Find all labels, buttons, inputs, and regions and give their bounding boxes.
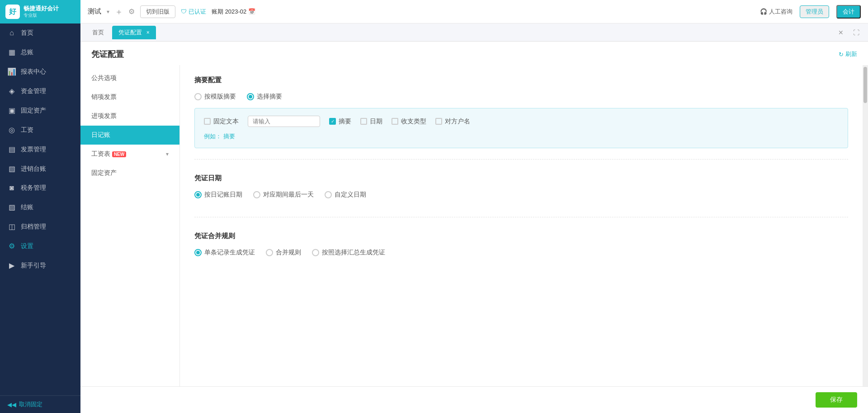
scrollbar-track[interactable] bbox=[863, 65, 868, 386]
switch-version-button[interactable]: 切到旧版 bbox=[140, 5, 175, 18]
radio-circle-summary-gen bbox=[312, 249, 319, 256]
tab-close-icon[interactable]: × bbox=[146, 29, 150, 36]
headset-icon: 🎧 bbox=[760, 8, 767, 15]
topbar: 测试 ▾ ＋ ⚙ 切到旧版 🛡 已认证 账期 2023-02 📅 🎧 人工咨询 … bbox=[80, 0, 868, 23]
save-bar: 保存 bbox=[80, 386, 868, 413]
add-button[interactable]: ＋ bbox=[115, 6, 123, 17]
radio-template-summary[interactable]: 按模版摘要 bbox=[194, 93, 236, 101]
checkbox-box-counterparty bbox=[435, 118, 442, 125]
main-area: 测试 ▾ ＋ ⚙ 切到旧版 🛡 已认证 账期 2023-02 📅 🎧 人工咨询 … bbox=[80, 0, 868, 413]
left-nav-fixed-assets[interactable]: 固定资产 bbox=[80, 164, 179, 183]
tab-voucher-config[interactable]: 凭证配置 × bbox=[112, 26, 156, 39]
sidebar-item-fixed-assets[interactable]: ▣固定资产 bbox=[0, 101, 80, 120]
sidebar-item-tax[interactable]: ◙税务管理 bbox=[0, 178, 80, 197]
left-nav-public[interactable]: 公共选项 bbox=[80, 69, 179, 88]
refresh-button[interactable]: ↻ 刷新 bbox=[839, 50, 857, 58]
refresh-icon: ↻ bbox=[839, 51, 844, 58]
scrollbar-thumb[interactable] bbox=[863, 67, 867, 103]
payroll-expand-icon[interactable]: ▾ bbox=[166, 151, 169, 157]
left-nav-purchase-invoice[interactable]: 进项发票 bbox=[80, 107, 179, 126]
checkbox-fixed-text[interactable]: 固定文本 bbox=[204, 117, 239, 126]
checkbox-box-payment bbox=[392, 118, 398, 125]
radio-summary-gen[interactable]: 按照选择汇总生成凭证 bbox=[312, 249, 385, 257]
home-icon: ⌂ bbox=[7, 29, 16, 37]
sidebar-item-archive[interactable]: ◫归档管理 bbox=[0, 217, 80, 236]
checkbox-payment-type[interactable]: 收支类型 bbox=[392, 117, 426, 126]
sidebar-item-home[interactable]: ⌂首页 bbox=[0, 23, 80, 42]
closing-icon: ▨ bbox=[7, 203, 16, 211]
radio-journal-date[interactable]: 按日记账日期 bbox=[194, 191, 242, 199]
radio-custom-date[interactable]: 自定义日期 bbox=[325, 191, 366, 199]
app-logo-icon: 好 bbox=[5, 5, 20, 19]
merge-section-title: 凭证合并规则 bbox=[194, 232, 848, 240]
sales-icon: ▧ bbox=[7, 164, 16, 173]
summary-section-title: 摘要配置 bbox=[194, 76, 848, 84]
sidebar-item-fund[interactable]: ◈资金管理 bbox=[0, 81, 80, 101]
sidebar-item-report[interactable]: 📊报表中心 bbox=[0, 62, 80, 81]
settings-gear-icon[interactable]: ⚙ bbox=[128, 7, 135, 16]
topbar-right: 🎧 人工咨询 管理员 会计 bbox=[760, 5, 861, 19]
ledger-icon: ▦ bbox=[7, 48, 16, 56]
sidebar-item-invoice[interactable]: ▤发票管理 bbox=[0, 140, 80, 159]
sidebar: 好 畅捷通好会计 专业版 ⌂首页▦总账📊报表中心◈资金管理▣固定资产◎工资▤发票… bbox=[0, 0, 80, 413]
checkbox-box-fixed bbox=[204, 118, 211, 125]
fixed-text-input[interactable] bbox=[248, 116, 320, 127]
radio-dot-journal bbox=[196, 193, 200, 197]
radio-merge-rule[interactable]: 合并规则 bbox=[266, 249, 301, 257]
summary-radio-group: 按模版摘要 选择摘要 bbox=[194, 93, 848, 101]
sidebar-item-sales[interactable]: ▧进销台账 bbox=[0, 159, 80, 178]
date-section-title: 凭证日期 bbox=[194, 174, 848, 183]
left-nav-payroll[interactable]: 工资表 NEW ▾ bbox=[80, 145, 179, 164]
radio-select-summary[interactable]: 选择摘要 bbox=[247, 93, 282, 101]
content-wrapper: 凭证配置 ↻ 刷新 公共选项 销项发票 进项发票 日记账 工资表 NEW bbox=[80, 42, 868, 413]
left-nav-journal[interactable]: 日记账 bbox=[80, 126, 179, 145]
sidebar-item-salary[interactable]: ◎工资 bbox=[0, 120, 80, 140]
company-name: 测试 bbox=[88, 7, 101, 16]
radio-circle-merge bbox=[266, 249, 273, 256]
summary-config-section: 摘要配置 按模版摘要 选择摘要 bbox=[194, 76, 848, 160]
period-label: 账期 2023-02 📅 bbox=[212, 8, 255, 16]
sidebar-item-settings[interactable]: ⚙设置 bbox=[0, 236, 80, 256]
config-panel: 摘要配置 按模版摘要 选择摘要 bbox=[180, 65, 863, 386]
company-dropdown-icon[interactable]: ▾ bbox=[107, 9, 109, 15]
radio-single-record[interactable]: 单条记录生成凭证 bbox=[194, 249, 255, 257]
radio-last-day[interactable]: 对应期间最后一天 bbox=[253, 191, 314, 199]
sidebar-nav: ⌂首页▦总账📊报表中心◈资金管理▣固定资产◎工资▤发票管理▧进销台账◙税务管理▨… bbox=[0, 23, 80, 395]
left-nav-sales-invoice[interactable]: 销项发票 bbox=[80, 88, 179, 107]
merge-radio-group: 单条记录生成凭证 合并规则 按照选择汇总生成凭证 bbox=[194, 249, 848, 257]
sidebar-item-closing[interactable]: ▨结账 bbox=[0, 197, 80, 217]
page-title: 凭证配置 bbox=[91, 49, 124, 60]
sidebar-item-ledger[interactable]: ▦总账 bbox=[0, 42, 80, 62]
radio-dot-single bbox=[196, 251, 200, 254]
page-header: 凭证配置 ↻ 刷新 bbox=[80, 42, 868, 65]
app-logo-text: 畅捷通好会计 专业版 bbox=[24, 5, 59, 19]
calendar-icon[interactable]: 📅 bbox=[248, 8, 255, 15]
guide-icon: ▶ bbox=[7, 261, 16, 270]
sidebar-item-guide[interactable]: ▶新手引导 bbox=[0, 256, 80, 275]
tab-home[interactable]: 首页 bbox=[86, 26, 110, 39]
invoice-icon: ▤ bbox=[7, 145, 16, 154]
accountant-button[interactable]: 会计 bbox=[836, 5, 861, 19]
fund-icon: ◈ bbox=[7, 87, 16, 95]
checkbox-summary[interactable]: ✓ 摘要 bbox=[329, 117, 351, 126]
close-window-button[interactable]: ✕ bbox=[835, 26, 847, 39]
radio-circle-custom bbox=[325, 191, 332, 198]
checkbox-counterparty[interactable]: 对方户名 bbox=[435, 117, 470, 126]
maximize-window-button[interactable]: ⛶ bbox=[850, 26, 863, 39]
fixed-assets-icon: ▣ bbox=[7, 106, 16, 115]
consult-button[interactable]: 🎧 人工咨询 bbox=[760, 8, 793, 16]
cancel-pin-button[interactable]: ◀◀ 取消固定 bbox=[0, 395, 80, 413]
radio-circle-select bbox=[247, 93, 254, 100]
window-buttons: ✕ ⛶ bbox=[835, 26, 863, 39]
date-radio-group: 按日记账日期 对应期间最后一天 自定义日期 bbox=[194, 191, 848, 199]
summary-options-box: 固定文本 ✓ 摘要 bbox=[194, 108, 848, 148]
save-button[interactable]: 保存 bbox=[816, 392, 857, 408]
date-config-section: 凭证日期 按日记账日期 对应期间最后一天 bbox=[194, 174, 848, 217]
content-body: 公共选项 销项发票 进项发票 日记账 工资表 NEW ▾ 固定资产 bbox=[80, 65, 868, 386]
payroll-expandable: 工资表 NEW ▾ bbox=[91, 150, 169, 158]
admin-button[interactable]: 管理员 bbox=[800, 5, 829, 18]
report-icon: 📊 bbox=[7, 67, 16, 76]
checkbox-box-summary: ✓ bbox=[329, 118, 336, 125]
cancel-pin-icon: ◀◀ bbox=[7, 401, 16, 408]
checkbox-date[interactable]: 日期 bbox=[360, 117, 382, 126]
